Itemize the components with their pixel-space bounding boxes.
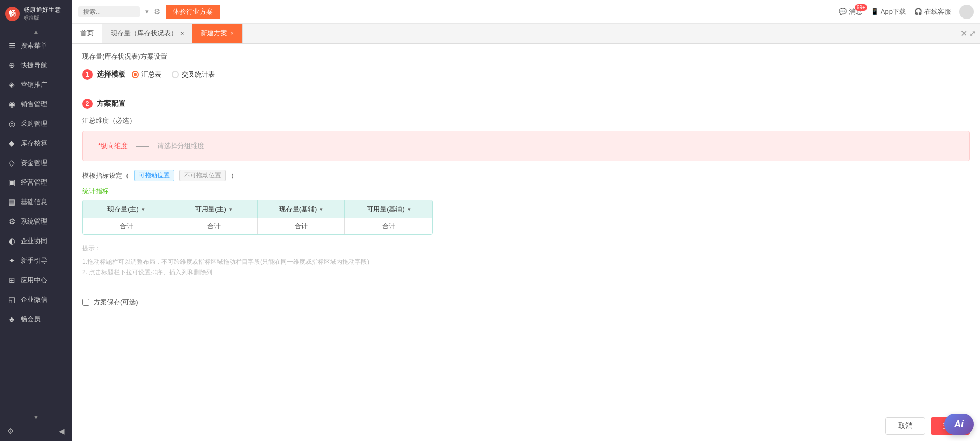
settings-icon[interactable]: ⚙	[7, 427, 14, 436]
marketing-icon: ◈	[7, 80, 16, 89]
tip-1: 1.拖动标题栏可以调整布局，不可跨维度或指标区域拖动栏目字段(只能在同一维度或指…	[82, 256, 970, 268]
sidebar-item-label: 新手引导	[21, 256, 47, 265]
tab-home[interactable]: 首页	[72, 24, 102, 43]
sidebar-item-appstore[interactable]: ⊞ 应用中心	[0, 270, 72, 290]
sidebar-item-label: 系统管理	[21, 217, 47, 226]
tab-new-plan[interactable]: 新建方案 ×	[192, 24, 242, 43]
col-header-2[interactable]: 现存量(基辅) ▾	[258, 200, 345, 218]
tab-new-plan-close[interactable]: ×	[230, 30, 233, 36]
step1-section: 1 选择模板 汇总表 交叉统计表	[82, 69, 970, 80]
tips-area: 提示： 1.拖动标题栏可以调整布局，不可跨维度或指标区域拖动栏目字段(只能在同一…	[82, 243, 970, 279]
sidebar-item-shortcuts[interactable]: ⊕ 快捷导航	[0, 56, 72, 75]
sidebar-bottom: ⚙ ◀	[0, 421, 72, 441]
sidebar-item-vip[interactable]: ♣ 畅会员	[0, 309, 72, 329]
basic-info-icon: ▤	[7, 197, 16, 207]
indicator-setting: 模板指标设定（ 可拖动位置 不可拖动位置 ）	[82, 170, 970, 181]
tab-inventory-close[interactable]: ×	[180, 30, 184, 36]
topbar-search-input[interactable]	[78, 6, 140, 17]
user-avatar[interactable]	[959, 5, 974, 19]
headset-icon: 🎧	[914, 8, 922, 15]
template-radio-group: 汇总表 交叉统计表	[132, 70, 215, 79]
ai-fab-button[interactable]: Ai	[944, 414, 974, 435]
sidebar-item-guide[interactable]: ✦ 新手引导	[0, 251, 72, 270]
messages-badge: 99+	[855, 4, 867, 11]
save-option-label: 方案保存(可选)	[94, 298, 138, 307]
content-area: 现存量(库存状况表)方案设置 1 选择模板 汇总表 交叉统计表	[72, 44, 980, 411]
sidebar-item-label: 企业协同	[21, 236, 47, 246]
sidebar-item-label: 资金管理	[21, 158, 47, 168]
finance-icon: ◇	[7, 158, 16, 168]
radio-cross[interactable]: 交叉统计表	[172, 70, 215, 79]
sidebar-item-purchase[interactable]: ◎ 采购管理	[0, 114, 72, 134]
tab-restore-btn[interactable]: ✕	[960, 29, 967, 39]
operations-icon: ▣	[7, 178, 16, 187]
col-header-3[interactable]: 可用量(基辅) ▾	[345, 200, 432, 218]
cancel-button[interactable]: 取消	[885, 417, 925, 435]
tab-expand-btn[interactable]: ⤢	[969, 29, 976, 39]
col-summary-2: 合计	[295, 222, 308, 231]
radio-summary[interactable]: 汇总表	[132, 70, 161, 79]
sidebar-item-operations[interactable]: ▣ 经营管理	[0, 173, 72, 192]
tab-new-plan-label: 新建方案	[201, 29, 227, 38]
sidebar-nav: ☰ 搜索菜单 ⊕ 快捷导航 ◈ 营销推广 ◉ 销售管理 ◎ 采购管理 ◆ 库存核…	[0, 36, 72, 413]
sidebar-item-finance[interactable]: ◇ 资金管理	[0, 153, 72, 173]
sidebar-scroll-up[interactable]: ▲	[0, 28, 72, 36]
sidebar-item-label: 销售管理	[21, 100, 47, 109]
col-header-0[interactable]: 现存量(主) ▾	[83, 200, 170, 218]
collapse-icon[interactable]: ◀	[59, 427, 65, 436]
tabs-bar: 首页 现存量（库存状况表） × 新建方案 × ✕ ⤢	[72, 24, 980, 44]
divider-1	[82, 90, 970, 90]
app-download-btn[interactable]: 📱 App下载	[870, 7, 906, 16]
col-header-label-0: 现存量(主)	[107, 205, 139, 214]
draggable-tag: 可拖动位置	[134, 170, 174, 181]
tip-2: 2. 点击标题栏下拉可设置排序、插入列和删除列	[82, 267, 970, 279]
sidebar-item-marketing[interactable]: ◈ 营销推广	[0, 75, 72, 95]
dimension-required-mark: *纵向维度	[98, 141, 128, 151]
col-header-chevron-1: ▾	[229, 206, 232, 213]
messages-btn[interactable]: 💬 消息 99+	[839, 7, 862, 16]
topbar-gear-icon[interactable]: ⚙	[154, 7, 160, 16]
sidebar-item-label: 营销推广	[21, 80, 47, 89]
dimension-separator: ——	[136, 142, 149, 150]
vip-icon: ♣	[7, 315, 16, 323]
dimension-area: *纵向维度 —— 请选择分组维度	[82, 131, 970, 161]
sidebar-item-system[interactable]: ⚙ 系统管理	[0, 212, 72, 231]
col-header-chevron-2: ▾	[320, 206, 323, 213]
sidebar: 畅 畅康通好生意 标准版 ▲ ☰ 搜索菜单 ⊕ 快捷导航 ◈ 营销推广 ◉ 销售…	[0, 0, 72, 441]
sidebar-item-sales[interactable]: ◉ 销售管理	[0, 95, 72, 114]
dimension-placeholder[interactable]: 请选择分组维度	[157, 141, 204, 151]
sidebar-item-label: 经营管理	[21, 178, 47, 187]
col-header-1[interactable]: 可用量(主) ▾	[170, 200, 258, 218]
col-body-3: 合计	[345, 218, 432, 234]
weixin-icon: ◱	[7, 295, 16, 304]
step2-header: 2 方案配置	[82, 99, 970, 109]
indicator-setting-suffix: ）	[231, 171, 238, 180]
inventory-icon: ◆	[7, 139, 16, 148]
dimension-row: *纵向维度 —— 请选择分组维度	[98, 141, 954, 151]
sidebar-item-weixin[interactable]: ◱ 企业微信	[0, 290, 72, 309]
save-checkbox[interactable]	[82, 299, 89, 306]
app-version: 标准版	[24, 14, 61, 22]
sidebar-scroll-down[interactable]: ▼	[0, 413, 72, 421]
step1-badge: 1	[82, 69, 93, 80]
sidebar-item-basic-info[interactable]: ▤ 基础信息	[0, 192, 72, 212]
sidebar-item-label: 搜索菜单	[21, 41, 47, 50]
non-draggable-tag: 不可拖动位置	[179, 170, 226, 181]
stats-table-header: 现存量(主) ▾ 可用量(主) ▾ 现存量(基辅) ▾ 可用量(基辅) ▾	[83, 200, 432, 218]
footer: 取消 查询	[72, 411, 980, 441]
guide-icon: ✦	[7, 256, 16, 265]
radio-cross-dot	[172, 71, 179, 78]
message-icon: 💬	[839, 8, 847, 15]
sidebar-logo: 畅 畅康通好生意 标准版	[0, 0, 72, 28]
stats-table-body: 合计 合计 合计 合计	[83, 218, 432, 234]
sidebar-item-collab[interactable]: ◐ 企业协同	[0, 231, 72, 251]
tab-inventory[interactable]: 现存量（库存状况表） ×	[102, 24, 192, 43]
trial-btn[interactable]: 体验行业方案	[166, 5, 220, 19]
sidebar-item-inventory[interactable]: ◆ 库存核算	[0, 134, 72, 153]
app-logo-icon: 畅	[5, 7, 20, 21]
sidebar-item-search[interactable]: ☰ 搜索菜单	[0, 36, 72, 56]
topbar-dropdown-icon[interactable]: ▾	[145, 8, 149, 15]
online-service-btn[interactable]: 🎧 在线客服	[914, 7, 951, 16]
shortcuts-icon: ⊕	[7, 61, 16, 70]
sidebar-item-label: 企业微信	[21, 295, 47, 304]
